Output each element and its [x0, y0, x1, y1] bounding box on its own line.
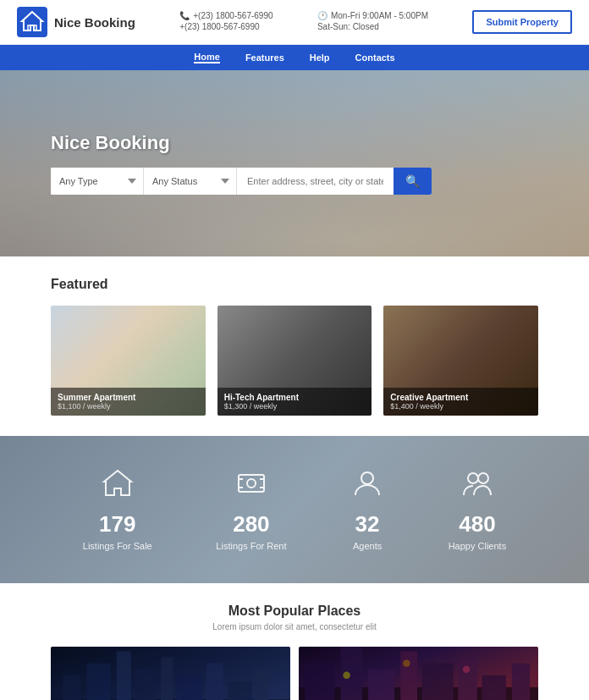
stat-listings-rent: 280 Listings For Rent	[216, 466, 286, 553]
hours-label: Mon-Fri 9:00AM - 5:00PM	[331, 11, 428, 20]
property-info-1: Hi-Tech Apartment $1,300 / weekly	[217, 388, 372, 416]
svg-point-9	[478, 473, 488, 483]
phone1: +(23) 1800-567-6990	[193, 11, 272, 20]
nav-help[interactable]: Help	[310, 52, 330, 63]
stats-section: 179 Listings For Sale 280 Listings For R…	[0, 436, 589, 583]
type-select[interactable]: Any Type House Apartment Studio	[51, 168, 144, 195]
svg-point-7	[361, 472, 373, 484]
hero-section: Nice Booking Any Type House Apartment St…	[0, 70, 589, 256]
place-card-lasvegas[interactable]: Las Vegas 4 Properties	[299, 647, 538, 700]
search-button[interactable]: 🔍	[394, 168, 432, 195]
property-price-0: $1,100 / weekly	[58, 402, 199, 411]
property-name-1: Hi-Tech Apartment	[224, 393, 366, 402]
svg-rect-1	[239, 475, 264, 492]
popular-places-subtitle: Lorem ipsum dolor sit amet, consectetur …	[51, 622, 538, 631]
popular-places-section: Most Popular Places Lorem ipsum dolor si…	[0, 583, 589, 700]
property-price-1: $1,300 / weekly	[224, 402, 366, 411]
property-card-2[interactable]: Creative Apartment $1,400 / weekly	[383, 306, 538, 416]
stat-label-sale: Listings For Sale	[83, 541, 152, 551]
stat-clients: 480 Happy Clients	[449, 466, 506, 553]
submit-property-button[interactable]: Submit Property	[472, 10, 572, 34]
home-icon	[83, 466, 152, 506]
contact-info: 📞 +(23) 1800-567-6990 +(23) 1800-567-699…	[179, 11, 272, 33]
agent-icon	[350, 466, 384, 506]
featured-section: Featured Summer Apartment $1,100 / weekl…	[0, 256, 589, 436]
address-input[interactable]	[237, 168, 394, 195]
property-price-2: $1,400 / weekly	[390, 402, 531, 411]
svg-point-8	[468, 473, 478, 483]
property-card-0[interactable]: Summer Apartment $1,100 / weekly	[51, 306, 206, 416]
stat-label-clients: Happy Clients	[449, 541, 506, 551]
property-cards: Summer Apartment $1,100 / weekly Hi-Tech…	[51, 306, 538, 416]
clients-icon	[449, 466, 506, 506]
property-name-0: Summer Apartment	[58, 393, 199, 402]
popular-places-title: Most Popular Places	[51, 604, 538, 619]
nav-contacts[interactable]: Contacts	[355, 52, 395, 63]
search-icon: 🔍	[405, 174, 420, 188]
nav-features[interactable]: Features	[245, 52, 284, 63]
phone-icon: 📞	[179, 11, 190, 20]
stat-label-agents: Agents	[353, 541, 382, 551]
header: Nice Booking 📞 +(23) 1800-567-6990 +(23)…	[0, 0, 589, 45]
stat-agents: 32 Agents	[350, 466, 384, 553]
status-select[interactable]: Any Status For Sale For Rent	[144, 168, 237, 195]
hero-content: Nice Booking Any Type House Apartment St…	[51, 132, 432, 195]
sat-sun-label: Sat-Sun: Closed	[317, 22, 379, 31]
property-card-1[interactable]: Hi-Tech Apartment $1,300 / weekly	[217, 306, 372, 416]
stat-number-sale: 179	[83, 511, 152, 537]
stat-number-rent: 280	[216, 511, 286, 537]
place-card-newyork[interactable]: New York 3 Properties	[51, 647, 290, 700]
logo[interactable]: Nice Booking	[17, 7, 135, 37]
phone2-label: +(23) 1800-567-6990	[179, 22, 259, 31]
svg-point-2	[247, 479, 256, 488]
logo-icon	[17, 7, 47, 37]
stats-row: 179 Listings For Sale 280 Listings For R…	[51, 466, 538, 553]
logo-label: Nice Booking	[54, 15, 135, 30]
clock-icon: 🕐	[317, 11, 328, 20]
main-nav: Home Features Help Contacts	[0, 45, 589, 70]
search-bar: Any Type House Apartment Studio Any Stat…	[51, 168, 432, 195]
property-info-0: Summer Apartment $1,100 / weekly	[51, 388, 206, 416]
places-grid-top: New York 3 Properties	[51, 647, 538, 700]
hero-title: Nice Booking	[51, 132, 432, 154]
newyork-overlay	[51, 647, 290, 700]
stat-number-agents: 32	[350, 511, 384, 537]
property-info-2: Creative Apartment $1,400 / weekly	[383, 388, 538, 416]
featured-title: Featured	[51, 277, 538, 292]
stat-number-clients: 480	[449, 511, 506, 537]
lasvegas-overlay	[299, 647, 538, 700]
stat-listings-sale: 179 Listings For Sale	[83, 466, 152, 553]
stat-label-rent: Listings For Rent	[216, 541, 286, 551]
hours-info: 🕐 Mon-Fri 9:00AM - 5:00PM Sat-Sun: Close…	[317, 11, 428, 33]
property-name-2: Creative Apartment	[390, 393, 531, 402]
money-icon	[216, 466, 286, 506]
nav-home[interactable]: Home	[194, 52, 220, 63]
